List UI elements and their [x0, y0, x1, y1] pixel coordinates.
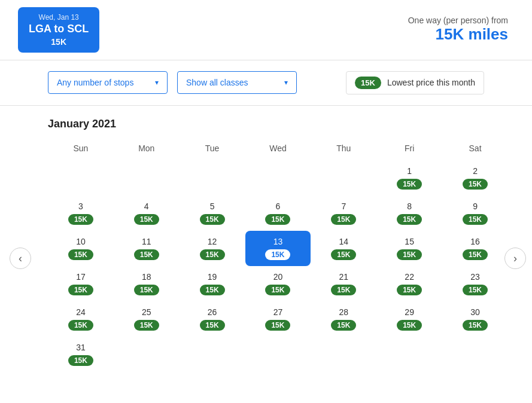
- day-number: 10: [50, 237, 111, 246]
- price-pill[interactable]: 15K: [68, 249, 93, 260]
- price-pill[interactable]: 15K: [397, 214, 422, 225]
- price-pill[interactable]: 15K: [200, 320, 225, 331]
- classes-label: Show all classes: [186, 78, 248, 87]
- price-pill[interactable]: 15K: [397, 179, 422, 190]
- calendar-cell[interactable]: 2015K: [245, 266, 311, 301]
- price-pill[interactable]: 15K: [463, 249, 488, 260]
- price-pill[interactable]: 15K: [68, 214, 93, 225]
- calendar-cell[interactable]: 515K: [180, 196, 245, 231]
- trip-card[interactable]: Wed, Jan 13 LGA to SCL 15K: [18, 7, 99, 53]
- price-pill[interactable]: 15K: [134, 214, 159, 225]
- calendar-week-3: 1715K1815K1915K2015K2115K2215K2315K: [48, 266, 508, 301]
- price-pill[interactable]: 15K: [463, 285, 488, 295]
- calendar-cell[interactable]: 715K: [311, 196, 376, 231]
- price-pill[interactable]: 15K: [265, 285, 290, 295]
- calendar-body: 115K215K315K415K515K615K715K815K915K1015…: [48, 160, 508, 372]
- calendar-cell: [442, 337, 508, 372]
- price-pill[interactable]: 15K: [331, 285, 356, 295]
- trip-date: Wed, Jan 13: [29, 13, 89, 22]
- calendar-grid: SunMonTueWedThuFriSat 115K215K315K415K51…: [48, 140, 508, 372]
- prev-month-button[interactable]: ‹: [10, 248, 31, 269]
- calendar-cell[interactable]: 1115K: [114, 231, 180, 266]
- day-number: 9: [445, 202, 506, 211]
- lowest-price-label: Lowest price this month: [387, 78, 475, 87]
- price-pill[interactable]: 15K: [200, 249, 225, 260]
- right-arrow-icon: ›: [513, 252, 517, 265]
- day-number: 26: [182, 307, 243, 317]
- price-pill[interactable]: 15K: [397, 320, 422, 331]
- calendar-cell[interactable]: 2615K: [180, 301, 245, 337]
- price-pill[interactable]: 15K: [134, 285, 159, 295]
- price-pill[interactable]: 15K: [134, 249, 159, 260]
- calendar-cell[interactable]: 1415K: [311, 231, 376, 266]
- calendar-cell[interactable]: 115K: [376, 160, 442, 196]
- price-pill[interactable]: 15K: [331, 249, 356, 260]
- price-pill[interactable]: 15K: [134, 320, 159, 331]
- stops-arrow: ▾: [155, 78, 159, 87]
- price-pill[interactable]: 15K: [68, 355, 93, 366]
- calendar-cell[interactable]: 1315K: [245, 231, 311, 266]
- calendar-cell[interactable]: 2715K: [245, 301, 311, 337]
- calendar-cell[interactable]: 315K: [48, 196, 114, 231]
- calendar-cell[interactable]: 1015K: [48, 231, 114, 266]
- calendar-cell[interactable]: 2115K: [311, 266, 376, 301]
- price-pill[interactable]: 15K: [331, 214, 356, 225]
- price-pill[interactable]: 15K: [68, 285, 93, 295]
- price-pill[interactable]: 15K: [200, 214, 225, 225]
- price-pill[interactable]: 15K: [463, 179, 488, 190]
- calendar-cell[interactable]: 1715K: [48, 266, 114, 301]
- calendar-cell[interactable]: 1615K: [442, 231, 508, 266]
- price-pill[interactable]: 15K: [463, 320, 488, 331]
- trip-miles: 15K: [29, 37, 89, 47]
- calendar-cell[interactable]: 2815K: [311, 301, 376, 337]
- day-number: 17: [50, 272, 111, 282]
- calendar-cell[interactable]: 2515K: [114, 301, 180, 337]
- day-number: 24: [50, 307, 111, 317]
- lowest-price-pill: 15K: [355, 77, 381, 89]
- calendar-cell[interactable]: 1515K: [376, 231, 442, 266]
- calendar-cell[interactable]: 815K: [376, 196, 442, 231]
- price-pill[interactable]: 15K: [331, 320, 356, 331]
- calendar-cell[interactable]: 2415K: [48, 301, 114, 337]
- weekday-thu: Thu: [311, 140, 376, 160]
- price-pill[interactable]: 15K: [265, 214, 290, 225]
- calendar-cell[interactable]: 3015K: [442, 301, 508, 337]
- weekday-mon: Mon: [114, 140, 180, 160]
- price-pill[interactable]: 15K: [463, 214, 488, 225]
- price-pill[interactable]: 15K: [200, 285, 225, 295]
- calendar-cell[interactable]: 915K: [442, 196, 508, 231]
- day-number: 6: [248, 202, 309, 211]
- calendar-cell[interactable]: 1215K: [180, 231, 245, 266]
- calendar-cell[interactable]: 615K: [245, 196, 311, 231]
- stops-filter[interactable]: Any number of stops ▾: [48, 71, 168, 94]
- calendar-cell[interactable]: 3115K: [48, 337, 114, 372]
- calendar-cell[interactable]: 1815K: [114, 266, 180, 301]
- weekday-fri: Fri: [376, 140, 442, 160]
- day-number: 5: [182, 202, 243, 211]
- next-month-button[interactable]: ›: [504, 248, 526, 269]
- price-pill[interactable]: 15K: [68, 320, 93, 331]
- calendar-cell[interactable]: 2915K: [376, 301, 442, 337]
- calendar-week-5: 3115K: [48, 337, 508, 372]
- price-pill[interactable]: 15K: [265, 249, 290, 260]
- day-number: 28: [313, 307, 374, 317]
- day-number: 4: [116, 202, 177, 211]
- price-pill[interactable]: 15K: [397, 249, 422, 260]
- day-number: 1: [379, 166, 440, 176]
- price-pill[interactable]: 15K: [265, 320, 290, 331]
- calendar-cell[interactable]: 1915K: [180, 266, 245, 301]
- calendar-cell: [180, 160, 245, 196]
- calendar-cell[interactable]: 2215K: [376, 266, 442, 301]
- classes-filter[interactable]: Show all classes ▾: [177, 71, 297, 94]
- weekday-wed: Wed: [245, 140, 311, 160]
- calendar-week-1: 315K415K515K615K715K815K915K: [48, 196, 508, 231]
- calendar-cell[interactable]: 2315K: [442, 266, 508, 301]
- price-pill[interactable]: 15K: [397, 285, 422, 295]
- calendar-cell[interactable]: 415K: [114, 196, 180, 231]
- day-number: 19: [182, 272, 243, 282]
- classes-arrow: ▾: [284, 78, 288, 87]
- calendar-section: ‹ › January 2021 SunMonTueWedThuFriSat 1…: [0, 106, 532, 384]
- day-number: 14: [313, 237, 374, 246]
- calendar-cell[interactable]: 215K: [442, 160, 508, 196]
- day-number: 16: [445, 237, 506, 246]
